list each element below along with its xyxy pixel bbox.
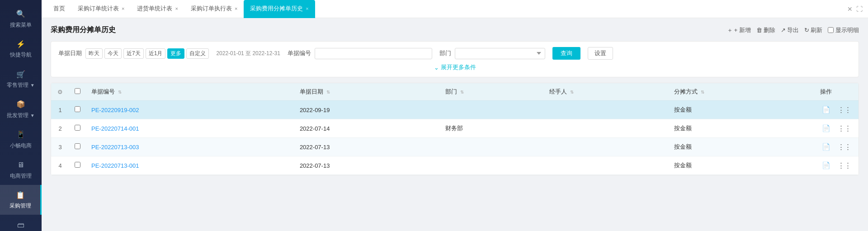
export-button[interactable]: ↗ 导出	[781, 26, 799, 34]
row-split-method-0: 按金额	[669, 101, 815, 119]
sidebar-item-purchase[interactable]: 📋 采购管理	[0, 185, 42, 215]
row-split-method-1: 按金额	[669, 119, 815, 138]
refresh-icon: ↻	[804, 27, 809, 33]
sidebar-item-quick[interactable]: ⚡ 快捷导航	[0, 34, 42, 64]
row-checkbox-2	[69, 138, 86, 156]
tab-close-inbound-summary[interactable]: ×	[175, 6, 178, 11]
page-title: 采购费用分摊单历史	[51, 25, 116, 35]
row-more-icon-0[interactable]: ⋮⋮	[836, 105, 853, 115]
filter-area: 单据日期 昨天 今天 近7天 近1月 更多 自定义 2022-01-01 至 2…	[51, 41, 859, 77]
row-checkbox-1	[69, 119, 86, 138]
row-doc-no-0: PE-20220919-002	[86, 101, 294, 119]
row-num-0: 1	[51, 101, 69, 119]
row-view-icon-0[interactable]: 📄	[820, 105, 832, 115]
settings-icon[interactable]: ⚙	[57, 89, 63, 95]
date-quick-buttons: 昨天 今天 近7天 近1月 更多 自定义	[85, 48, 209, 59]
tab-purchase-fee-history[interactable]: 采购费用分摊单历史 ×	[244, 0, 315, 18]
doc-no-link-3[interactable]: PE-20220713-001	[91, 162, 139, 169]
tab-bar-actions: ✕ ⛶	[847, 5, 863, 13]
row-view-icon-3[interactable]: 📄	[820, 160, 832, 170]
row-num-2: 3	[51, 138, 69, 156]
row-handler-0	[544, 101, 669, 119]
tab-purchase-exec[interactable]: 采购订单执行表 ×	[184, 0, 244, 18]
sidebar-item-miniapp[interactable]: 📱 小畅电商	[0, 124, 42, 155]
close-all-icon[interactable]: ✕	[847, 5, 853, 13]
query-button[interactable]: 查询	[552, 47, 580, 60]
set-button[interactable]: 设置	[588, 47, 613, 60]
doc-no-link-1[interactable]: PE-20220714-001	[91, 125, 139, 132]
date-btn-today[interactable]: 今天	[104, 48, 122, 59]
col-split-method-label: 分摊方式	[674, 88, 698, 95]
select-all-checkbox[interactable]	[75, 88, 80, 94]
row-select-2[interactable]	[75, 143, 80, 149]
row-view-icon-1[interactable]: 📄	[820, 123, 832, 133]
sidebar-item-ecommerce[interactable]: 🖥 电商管理	[0, 155, 42, 185]
tab-purchase-summary[interactable]: 采购订单统计表 ×	[71, 0, 131, 18]
row-more-icon-1[interactable]: ⋮⋮	[836, 123, 853, 133]
row-handler-2	[544, 138, 669, 156]
sidebar-item-inventory[interactable]: 🗃 库存核算	[0, 215, 42, 231]
date-btn-yesterday[interactable]: 昨天	[85, 48, 103, 59]
row-actions-1: 📄 ⋮⋮	[815, 119, 859, 138]
tab-close-purchase-exec[interactable]: ×	[235, 6, 237, 11]
row-num-3: 4	[51, 156, 69, 175]
doc-no-sort-icon[interactable]: ⇅	[118, 90, 122, 94]
col-dept-label: 部门	[445, 88, 457, 95]
export-icon: ↗	[781, 27, 786, 33]
sidebar-item-retail[interactable]: 🛒 零售管理 ▼	[0, 64, 42, 94]
date-btn-7days[interactable]: 近7天	[123, 48, 144, 59]
split-method-sort-icon[interactable]: ⇅	[701, 90, 704, 94]
col-actions: 操作	[815, 83, 859, 101]
show-cols-checkbox[interactable]	[828, 27, 834, 33]
row-split-method-2: 按金额	[669, 138, 815, 156]
delete-icon: 🗑	[756, 27, 762, 33]
dept-filter-label: 部门	[439, 49, 451, 57]
show-cols-checkbox-label[interactable]: 显示明细	[828, 26, 859, 34]
table-row: 1 PE-20220919-002 2022-09-19 按金额 📄 ⋮⋮	[51, 101, 859, 119]
wholesale-arrow: ▼	[30, 113, 35, 118]
maximize-icon[interactable]: ⛶	[856, 5, 863, 13]
delete-button[interactable]: 🗑 删除	[756, 26, 775, 34]
row-checkbox-3	[69, 156, 86, 175]
row-view-icon-2[interactable]: 📄	[820, 142, 832, 152]
date-btn-1month[interactable]: 近1月	[146, 48, 166, 59]
sidebar: 🔍 搜索菜单 ⚡ 快捷导航 🛒 零售管理 ▼ 📦 批发管理 ▼ 📱 小畅电商 🖥…	[0, 0, 42, 231]
sidebar-item-search[interactable]: 🔍 搜索菜单	[0, 4, 42, 34]
col-split-method: 分摊方式 ⇅	[669, 83, 815, 101]
tab-close-purchase-summary[interactable]: ×	[122, 6, 124, 11]
doc-no-input[interactable]	[315, 48, 432, 59]
add-button[interactable]: ＋ + 新增	[727, 26, 751, 34]
wholesale-icon: 📦	[2, 99, 40, 110]
col-dept: 部门 ⇅	[440, 83, 544, 101]
refresh-button[interactable]: ↻ 刷新	[804, 26, 822, 34]
row-more-icon-3[interactable]: ⋮⋮	[836, 160, 853, 170]
row-actions-2: 📄 ⋮⋮	[815, 138, 859, 156]
row-select-0[interactable]	[75, 106, 80, 112]
sidebar-item-wholesale[interactable]: 📦 批发管理 ▼	[0, 94, 42, 124]
tab-close-purchase-fee-history[interactable]: ×	[306, 6, 308, 11]
handler-sort-icon[interactable]: ⇅	[570, 90, 574, 94]
date-filter-label: 单据日期	[58, 49, 82, 57]
doc-date-sort-icon[interactable]: ⇅	[326, 90, 330, 94]
dept-sort-icon[interactable]: ⇅	[460, 90, 464, 94]
date-range-text: 2022-01-01 至 2022-12-31	[216, 50, 280, 57]
doc-no-link-0[interactable]: PE-20220919-002	[91, 107, 139, 113]
dept-select[interactable]: 财务部	[455, 48, 545, 59]
filter-row-1: 单据日期 昨天 今天 近7天 近1月 更多 自定义 2022-01-01 至 2…	[58, 47, 851, 60]
row-select-1[interactable]	[75, 125, 80, 131]
row-select-3[interactable]	[75, 162, 80, 168]
filter-date-range: 2022-01-01 至 2022-12-31	[216, 50, 280, 57]
doc-no-label: 单据编号	[288, 49, 311, 57]
filter-doc-no: 单据编号	[288, 48, 432, 59]
row-doc-date-1: 2022-07-14	[294, 119, 440, 138]
header-actions: ＋ + 新增 🗑 删除 ↗ 导出 ↻ 刷新 显示明细	[727, 26, 859, 34]
row-handler-3	[544, 156, 669, 175]
tab-home[interactable]: 首页	[47, 0, 71, 18]
expand-more-btn[interactable]: ⌄ 展开更多条件	[58, 63, 851, 71]
row-doc-date-3: 2022-07-13	[294, 156, 440, 175]
date-btn-custom[interactable]: 自定义	[186, 48, 209, 59]
date-btn-more[interactable]: 更多	[167, 48, 184, 59]
doc-no-link-2[interactable]: PE-20220713-003	[91, 144, 139, 151]
row-more-icon-2[interactable]: ⋮⋮	[836, 142, 853, 152]
tab-inbound-summary[interactable]: 进货单统计表 ×	[131, 0, 184, 18]
